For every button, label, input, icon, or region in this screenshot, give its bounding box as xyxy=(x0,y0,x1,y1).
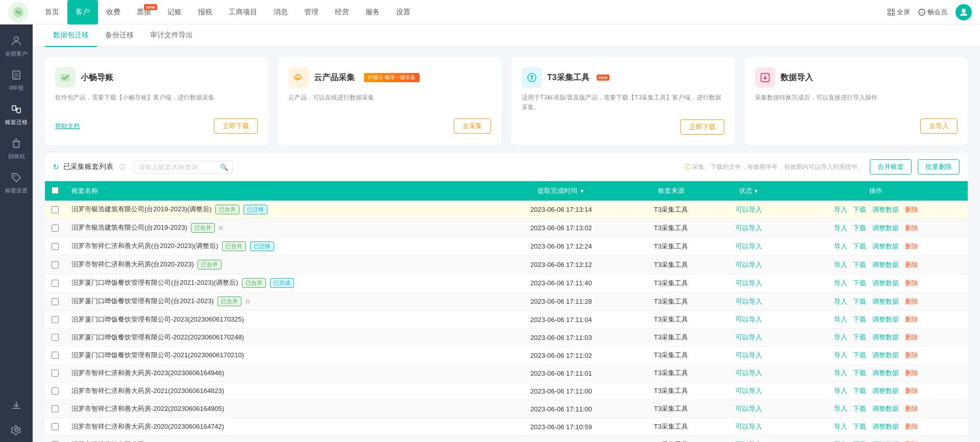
delete-action[interactable]: 删除 xyxy=(905,405,918,412)
user-avatar[interactable] xyxy=(955,4,972,20)
import-action[interactable]: 导入 xyxy=(834,423,847,430)
delete-action[interactable]: 删除 xyxy=(905,224,918,232)
delete-action[interactable]: 删除 xyxy=(905,242,918,250)
adjust-action[interactable]: 调整数据 xyxy=(872,298,899,305)
delete-action[interactable]: 删除 xyxy=(905,351,918,359)
import-action[interactable]: 导入 xyxy=(834,405,847,412)
search-input[interactable] xyxy=(138,163,220,171)
row-checkbox[interactable] xyxy=(52,334,59,341)
adjust-action[interactable]: 调整数据 xyxy=(872,261,899,268)
import-action[interactable]: 导入 xyxy=(834,242,847,250)
nav-message[interactable]: 消息 xyxy=(265,0,296,24)
nav-service[interactable]: 服务 xyxy=(357,0,388,24)
sidebar-item-recycle[interactable]: 回收站 xyxy=(0,131,33,165)
download-action[interactable]: 下载 xyxy=(853,315,866,323)
import-action[interactable]: 导入 xyxy=(834,315,847,323)
sidebar-item-account-migrate[interactable]: 账套迁移 xyxy=(0,97,33,131)
row-checkbox[interactable] xyxy=(52,206,59,213)
sidebar-item-zero-report[interactable]: 0申报 xyxy=(0,63,33,97)
row-checkbox[interactable] xyxy=(52,225,59,232)
nav-operation[interactable]: 经营 xyxy=(327,0,357,24)
nav-tax[interactable]: 报税 xyxy=(190,0,220,24)
row-checkbox[interactable] xyxy=(52,261,59,268)
sidebar-item-download[interactable] xyxy=(9,393,23,418)
download-action[interactable]: 下载 xyxy=(853,242,866,250)
sidebar-item-tag-settings[interactable]: 标签设置 xyxy=(0,165,33,200)
row-checkbox[interactable] xyxy=(52,352,59,359)
download-action[interactable]: 下载 xyxy=(853,369,866,377)
import-action[interactable]: 导入 xyxy=(834,351,847,359)
adjust-action[interactable]: 调整数据 xyxy=(872,279,899,287)
adjust-action[interactable]: 调整数据 xyxy=(872,369,899,377)
nav-manage[interactable]: 管理 xyxy=(296,0,327,24)
adjust-action[interactable]: 调整数据 xyxy=(872,315,899,323)
copy-icon[interactable]: ⧉ xyxy=(246,298,250,304)
download-action[interactable]: 下载 xyxy=(853,351,866,359)
import-action[interactable]: 导入 xyxy=(834,369,847,377)
nav-fee[interactable]: 收费 xyxy=(98,0,129,24)
card-import-btn[interactable]: 去导入 xyxy=(920,118,958,134)
sidebar-item-config[interactable] xyxy=(9,418,23,442)
select-all-checkbox[interactable] xyxy=(52,187,59,194)
delete-action[interactable]: 删除 xyxy=(905,387,918,395)
adjust-action[interactable]: 调整数据 xyxy=(872,224,899,232)
refresh-icon[interactable]: ↻ xyxy=(53,163,59,171)
fullscreen-button[interactable]: 全屏 xyxy=(888,8,910,17)
nav-home[interactable]: 首页 xyxy=(37,0,67,24)
card-xiaochang-btn[interactable]: 立即下载 xyxy=(214,118,258,134)
nav-bookkeeping[interactable]: 记账 xyxy=(159,0,190,24)
nav-invoice[interactable]: 票据 new xyxy=(129,0,159,24)
row-checkbox[interactable] xyxy=(52,387,59,395)
row-checkbox[interactable] xyxy=(52,405,59,412)
adjust-action[interactable]: 调整数据 xyxy=(872,242,899,250)
adjust-action[interactable]: 调整数据 xyxy=(872,387,899,395)
import-action[interactable]: 导入 xyxy=(834,261,847,268)
download-action[interactable]: 下载 xyxy=(853,206,866,213)
download-action[interactable]: 下载 xyxy=(853,279,866,287)
copy-icon[interactable]: ⧉ xyxy=(219,225,223,231)
import-action[interactable]: 导入 xyxy=(834,298,847,305)
import-action[interactable]: 导入 xyxy=(834,333,847,341)
adjust-action[interactable]: 调整数据 xyxy=(872,333,899,341)
adjust-action[interactable]: 调整数据 xyxy=(872,405,899,412)
row-checkbox[interactable] xyxy=(52,280,59,287)
download-action[interactable]: 下载 xyxy=(853,298,866,305)
info-icon[interactable]: ⓘ xyxy=(119,163,126,171)
tab-data-migration[interactable]: 数据包迁移 xyxy=(45,24,97,47)
sidebar-item-all-customers[interactable]: 全部客户 xyxy=(0,29,33,63)
card-t3-btn[interactable]: 立即下载 xyxy=(680,119,724,135)
delete-action[interactable]: 删除 xyxy=(905,333,918,341)
row-checkbox[interactable] xyxy=(52,370,59,377)
import-action[interactable]: 导入 xyxy=(834,206,847,213)
delete-action[interactable]: 删除 xyxy=(905,315,918,323)
import-action[interactable]: 导入 xyxy=(834,224,847,232)
row-checkbox[interactable] xyxy=(52,243,59,250)
download-action[interactable]: 下载 xyxy=(853,333,866,341)
merge-button[interactable]: 合并账套 xyxy=(870,159,912,175)
row-checkbox[interactable] xyxy=(52,423,59,430)
download-action[interactable]: 下载 xyxy=(853,261,866,268)
nav-business[interactable]: 工商项目 xyxy=(220,0,265,24)
adjust-action[interactable]: 调整数据 xyxy=(872,423,899,430)
card-xiaochang-link[interactable]: 帮助文档 xyxy=(55,122,80,131)
adjust-action[interactable]: 调整数据 xyxy=(872,351,899,359)
download-action[interactable]: 下载 xyxy=(853,423,866,430)
bulk-delete-button[interactable]: 批量删除 xyxy=(918,159,960,175)
adjust-action[interactable]: 调整数据 xyxy=(872,206,899,213)
delete-action[interactable]: 删除 xyxy=(905,261,918,268)
import-action[interactable]: 导入 xyxy=(834,279,847,287)
card-cloud-btn[interactable]: 去采集 xyxy=(454,118,491,134)
download-action[interactable]: 下载 xyxy=(853,387,866,395)
delete-action[interactable]: 删除 xyxy=(905,206,918,213)
tab-audit-export[interactable]: 审计文件导出 xyxy=(142,24,201,47)
delete-action[interactable]: 删除 xyxy=(905,279,918,287)
nav-settings[interactable]: 设置 xyxy=(388,0,419,24)
delete-action[interactable]: 删除 xyxy=(905,423,918,430)
delete-action[interactable]: 删除 xyxy=(905,298,918,305)
download-action[interactable]: 下载 xyxy=(853,405,866,412)
row-checkbox[interactable] xyxy=(52,316,59,323)
tab-backup-migration[interactable]: 备份迁移 xyxy=(97,24,142,47)
delete-action[interactable]: 删除 xyxy=(905,369,918,377)
import-action[interactable]: 导入 xyxy=(834,387,847,395)
search-icon[interactable]: 🔍 xyxy=(220,163,228,171)
